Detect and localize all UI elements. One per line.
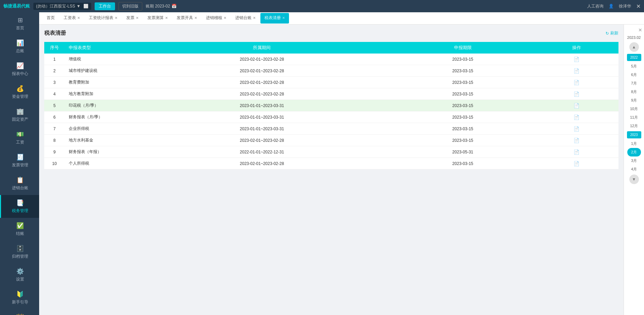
sidebar-item-member[interactable]: 👑 畅会员 [0,309,39,315]
cell-period: 2022-01-01~2022-12-31 [133,146,391,158]
panel-down-button[interactable]: ▼ [629,175,639,184]
sidebar-item-report[interactable]: 📈 报表中心 [0,58,39,81]
tab-tax-clear[interactable]: 税表清册 ✕ [260,13,289,24]
member-icon: 👑 [16,313,24,315]
tab-close-purchase-ledger[interactable]: ✕ [253,16,256,20]
view-action-icon[interactable]: 📄 [574,126,579,132]
top-bar: 畅捷通易代账 (勿动）江西股宝-LSS ▼ ⬜ 工作台 切到旧版 账期 2023… [0,0,644,12]
sidebar-item-archive[interactable]: 🗄️ 归档管理 [0,241,39,264]
view-action-icon[interactable]: 📄 [574,115,579,120]
col-deadline: 申报期限 [391,42,534,54]
tab-salary[interactable]: 工资表 ✕ [60,13,84,24]
user-avatar[interactable]: 👤 [609,4,614,9]
refresh-button[interactable]: ↻ 刷新 [606,30,618,36]
month-2022-10[interactable]: 10月 [627,105,641,113]
tab-invoice[interactable]: 发票 ✕ [122,13,143,24]
close-app-icon[interactable]: ✕ [636,3,641,10]
tab-close-invoice-open[interactable]: ✕ [194,16,197,20]
tab-close-salary[interactable]: ✕ [77,16,80,20]
switch-version-button[interactable]: 切到旧版 [118,2,142,11]
month-2023-3[interactable]: 3月 [627,156,641,165]
sidebar-item-guide[interactable]: 🔰 新手引导 [0,286,39,309]
cell-action: 📄 [534,77,618,88]
fund-icon: 💰 [16,85,24,92]
cell-deadline: 2023-03-15 [391,77,534,88]
month-2023-1[interactable]: 1月 [627,139,641,148]
tab-close-purchase-check[interactable]: ✕ [224,16,226,20]
month-2022-8[interactable]: 8月 [627,88,641,96]
month-2023-4[interactable]: 4月 [627,165,641,174]
sidebar-item-salary[interactable]: 💵 工资 [0,126,39,149]
sidebar-item-tax[interactable]: 📑 税务管理 [0,195,39,218]
tab-purchase-ledger[interactable]: 进销台账 ✕ [231,13,260,24]
tab-salary-report[interactable]: 工资统计报表 ✕ [85,13,122,24]
cell-action: 📄 [534,100,618,111]
sidebar-item-fund[interactable]: 💰 资金管理 [0,81,39,104]
sidebar-item-home[interactable]: ⊞ 首页 [0,12,39,35]
company-selector[interactable]: (勿动）江西股宝-LSS ▼ ⬜ [33,3,91,10]
cell-action: 📄 [534,123,618,135]
cell-action: 📄 [534,88,618,100]
sidebar-item-closing[interactable]: ✅ 结账 [0,218,39,241]
sidebar-item-ledger[interactable]: 📊 总账 [0,35,39,58]
view-action-icon[interactable]: 📄 [574,91,579,97]
sidebar-item-purchase[interactable]: 📋 进销台账 [0,172,39,195]
month-2022-5[interactable]: 5月 [627,62,641,71]
view-action-icon[interactable]: 📄 [574,138,579,143]
tab-close-salary-report[interactable]: ✕ [115,16,117,20]
cell-period: 2023-01-01~2023-03-31 [133,111,391,123]
sidebar-item-label: 进销台账 [12,185,28,191]
cell-type: 增值税 [65,54,133,65]
tab-close-invoice[interactable]: ✕ [136,16,139,20]
tab-close-invoice-calc[interactable]: ✕ [165,16,168,20]
close-panel-button[interactable]: ✕ [624,26,644,34]
page-main: 税表清册 ↻ 刷新 序号 申报表类型 所属期间 申报期限 操作 [39,25,624,315]
month-2022-11[interactable]: 11月 [627,113,641,122]
sidebar-item-asset[interactable]: 🏢 固定资产 [0,104,39,126]
month-2022-12[interactable]: 12月 [627,122,641,130]
tab-purchase-check[interactable]: 进销稽核 ✕ [202,13,230,24]
sidebar-item-label: 首页 [16,25,24,31]
view-action-icon[interactable]: 📄 [574,103,579,108]
cell-deadline: 2023-03-15 [391,158,534,169]
table-row: 4地方教育附加2023-02-01~2023-02-282023-03-15📄 [44,88,618,100]
view-action-icon[interactable]: 📄 [574,149,579,155]
view-action-icon[interactable]: 📄 [574,161,579,166]
table-header-row: 序号 申报表类型 所属期间 申报期限 操作 [44,42,618,54]
month-2022-7[interactable]: 7月 [627,79,641,88]
sidebar-item-label: 工资 [16,139,24,145]
panel-up-button[interactable]: ▲ [629,42,639,52]
cell-type: 地方水利基金 [65,135,133,146]
cell-action: 📄 [534,146,618,158]
year-2022-label[interactable]: 2022 [627,54,641,61]
sidebar-item-label: 报表中心 [12,71,28,77]
tab-home[interactable]: 首页 [43,13,59,24]
purchase-icon: 📋 [16,176,24,184]
view-action-icon[interactable]: 📄 [574,68,579,74]
month-2022-6[interactable]: 6月 [627,71,641,79]
month-2022-9[interactable]: 9月 [627,96,641,105]
cell-period: 2023-01-01~2023-03-31 [133,100,391,111]
sidebar-item-label: 固定资产 [12,117,28,122]
month-2023-2[interactable]: 2月 [627,148,641,156]
tax-icon: 📑 [16,199,24,207]
cell-period: 2023-02-01~2023-02-28 [133,135,391,146]
tab-invoice-open[interactable]: 发票开具 ✕ [173,13,201,24]
period-display: 账期 2023-02 📅 [146,3,177,9]
tab-invoice-calc[interactable]: 发票测算 ✕ [143,13,172,24]
ledger-icon: 📊 [16,39,24,47]
human-consult-link[interactable]: 人工咨询 [587,3,603,9]
view-action-icon[interactable]: 📄 [574,80,579,85]
sidebar-item-invoice[interactable]: 🧾 发票管理 [0,149,39,172]
invoice-icon: 🧾 [16,153,24,161]
closing-icon: ✅ [16,222,24,229]
cell-action: 📄 [534,135,618,146]
table-row: 5印花税（月/季）2023-01-01~2023-03-312023-03-15… [44,100,618,111]
tab-close-tax-clear[interactable]: ✕ [282,16,285,20]
year-2023-label[interactable]: 2023 [627,131,641,138]
workspace-button[interactable]: 工作台 [95,2,115,10]
cell-deadline: 2023-03-15 [391,88,534,100]
sidebar-item-settings[interactable]: ⚙️ 设置 [0,264,39,286]
view-action-icon[interactable]: 📄 [574,57,579,62]
cell-action: 📄 [534,111,618,123]
